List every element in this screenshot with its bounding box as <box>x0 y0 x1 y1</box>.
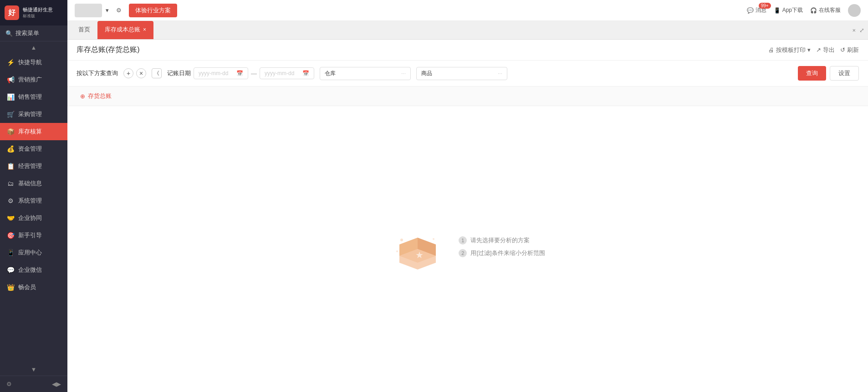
empty-content: ★ 1 请先选择要分析的方案 2 用[过滤]条件来缩小分析 <box>390 222 545 276</box>
refresh-btn[interactable]: ↺ 刷新 <box>840 46 859 54</box>
scheme-icon: ⊕ <box>80 93 85 100</box>
app-download-btn[interactable]: 📱 App下载 <box>774 6 803 14</box>
warehouse-select[interactable]: 仓库 ··· <box>320 67 411 80</box>
sidebar-item-label: 销售管理 <box>18 93 42 101</box>
filter-collapse-btn[interactable]: 《 <box>152 68 162 78</box>
filter-add-btn[interactable]: + <box>123 68 133 78</box>
scheme-item-inventory-ledger[interactable]: ⊕ 存货总账 <box>77 90 115 102</box>
empty-hints: 1 请先选择要分析的方案 2 用[过滤]条件来缩小分析范围 <box>459 236 545 262</box>
print-icon: 🖨 <box>768 46 774 53</box>
settings-icon[interactable]: ⚙ <box>6 381 12 387</box>
messages-btn[interactable]: 💬 消息 99+ <box>747 6 766 14</box>
svg-point-5 <box>400 239 403 241</box>
sidebar-item-label: 企业协同 <box>18 214 42 222</box>
refresh-icon: ↺ <box>840 46 845 53</box>
hint-2-text: 用[过滤]条件来缩小分析范围 <box>470 249 545 257</box>
empty-hint-1: 1 请先选择要分析的方案 <box>459 236 545 244</box>
industry-btn[interactable]: 体验行业方案 <box>129 4 177 17</box>
dropdown-arrow-icon: ▾ <box>106 7 109 14</box>
sidebar-item-quick-nav[interactable]: ⚡ 快捷导航 <box>0 54 67 71</box>
topbar-dropdown[interactable]: ▾ <box>106 7 109 14</box>
scroll-down-btn[interactable]: ▼ <box>0 363 67 376</box>
date-to-placeholder: yyyy-mm-dd <box>265 70 294 76</box>
search-icon: 🔍 <box>5 30 13 37</box>
scroll-up-btn[interactable]: ▲ <box>0 41 67 54</box>
query-btn[interactable]: 查询 <box>798 66 826 81</box>
calendar-from-icon[interactable]: 📅 <box>236 70 243 76</box>
page-actions: 🖨 按模板打印 ▾ ↗ 导出 ↺ 刷新 <box>768 46 859 54</box>
sidebar-item-member[interactable]: 👑 畅会员 <box>0 279 67 296</box>
date-separator: — <box>251 70 257 77</box>
tab-inventory-cost-label: 库存成本总账 <box>105 25 140 34</box>
goods-select[interactable]: 商品 ··· <box>416 67 507 80</box>
sidebar-item-operations[interactable]: 📋 经营管理 <box>0 158 67 175</box>
tab-home[interactable]: 首页 <box>71 21 97 39</box>
collapse-icon[interactable]: ◀▶ <box>52 381 61 387</box>
sidebar-item-marketing[interactable]: 📢 营销推广 <box>0 71 67 88</box>
online-support-btn[interactable]: 🎧 在线客服 <box>810 6 841 14</box>
panel-expand-icon[interactable]: ⤢ <box>859 27 864 34</box>
topbar-gear-btn[interactable]: ⚙ <box>112 4 125 17</box>
marketing-icon: 📢 <box>6 76 15 83</box>
scheme-label: 存货总账 <box>88 92 112 100</box>
sidebar-item-purchase[interactable]: 🛒 采购管理 <box>0 106 67 123</box>
page-title: 库存总账(存货总账) <box>77 45 768 55</box>
sidebar-item-basic[interactable]: 🗂 基础信息 <box>0 175 67 192</box>
sidebar-search-label: 搜索菜单 <box>15 29 39 37</box>
sidebar-item-appcenter[interactable]: 📱 应用中心 <box>0 244 67 261</box>
svg-point-7 <box>396 250 398 252</box>
scheme-label: 按以下方案查询 <box>77 69 118 77</box>
empty-illustration: ★ <box>390 222 445 276</box>
online-support-label: 在线客服 <box>819 6 841 14</box>
print-btn[interactable]: 🖨 按模板打印 ▾ <box>768 46 811 54</box>
sidebar-item-system[interactable]: ⚙ 系统管理 <box>0 192 67 209</box>
goods-label: 商品 <box>421 70 432 77</box>
warehouse-label: 仓库 <box>325 70 336 77</box>
guide-icon: 🎯 <box>6 232 15 239</box>
main-content: ▾ ⚙ 体验行业方案 💬 消息 99+ 📱 App下载 🎧 在线客服 首页 <box>67 0 868 392</box>
sidebar-item-inventory[interactable]: 📦 库存核算 <box>0 123 67 140</box>
sidebar-item-finance[interactable]: 💰 资金管理 <box>0 140 67 158</box>
date-from-input[interactable]: yyyy-mm-dd 📅 <box>194 67 248 79</box>
tab-inventory-cost[interactable]: 库存成本总账 × <box>97 21 153 39</box>
date-filter-group: 记账日期 yyyy-mm-dd 📅 — yyyy-mm-dd 📅 <box>167 67 314 79</box>
empty-hint-2: 2 用[过滤]条件来缩小分析范围 <box>459 249 545 257</box>
sidebar-search[interactable]: 🔍 搜索菜单 <box>0 25 67 41</box>
calendar-to-icon[interactable]: 📅 <box>302 70 309 76</box>
sidebar-footer: ⚙ ◀▶ <box>0 376 67 392</box>
warehouse-more-icon: ··· <box>401 70 406 76</box>
tab-home-label: 首页 <box>78 26 90 33</box>
headset-icon: 🎧 <box>810 7 817 14</box>
date-to-input[interactable]: yyyy-mm-dd 📅 <box>260 67 314 79</box>
tab-close-icon[interactable]: × <box>143 26 146 33</box>
user-avatar[interactable] <box>848 4 861 17</box>
finance-icon: 💰 <box>6 145 15 153</box>
sidebar-item-cooperation[interactable]: 🤝 企业协同 <box>0 209 67 227</box>
basic-icon: 🗂 <box>6 180 15 187</box>
date-label: 记账日期 <box>167 69 191 77</box>
cooperation-icon: 🤝 <box>6 214 15 222</box>
messages-badge: 99+ <box>759 3 771 9</box>
sidebar-item-label: 基础信息 <box>18 179 42 188</box>
app-name: 畅捷通好生意 <box>23 6 53 13</box>
topbar-left: ▾ ⚙ 体验行业方案 <box>75 4 741 17</box>
panel-close-icon[interactable]: × <box>852 27 856 34</box>
filter-area: 按以下方案查询 + × 《 记账日期 yyyy-mm-dd 📅 — yyyy-m… <box>67 61 868 87</box>
appcenter-icon: 📱 <box>6 249 15 256</box>
export-btn[interactable]: ↗ 导出 <box>816 46 835 54</box>
filter-delete-btn[interactable]: × <box>136 68 146 78</box>
app-download-label: App下载 <box>782 6 803 14</box>
sidebar-item-label: 系统管理 <box>18 197 42 205</box>
sidebar-item-guide[interactable]: 🎯 新手引导 <box>0 227 67 244</box>
settings-btn[interactable]: 设置 <box>830 66 859 81</box>
filter-add-btns: + × <box>123 68 146 78</box>
sidebar-item-label: 企业微信 <box>18 266 42 274</box>
content-area: 库存总账(存货总账) 🖨 按模板打印 ▾ ↗ 导出 ↺ 刷新 <box>67 40 868 392</box>
sidebar-item-label: 新手引导 <box>18 231 42 239</box>
sidebar-nav: ⚡ 快捷导航 📢 营销推广 📊 销售管理 🛒 采购管理 📦 库存核算 💰 资金管… <box>0 54 67 363</box>
purchase-icon: 🛒 <box>6 111 15 118</box>
sidebar-item-sales[interactable]: 📊 销售管理 <box>0 88 67 106</box>
sidebar-item-wechat[interactable]: 💬 企业微信 <box>0 261 67 279</box>
member-icon: 👑 <box>6 284 15 291</box>
sidebar-item-label: 资金管理 <box>18 145 42 153</box>
